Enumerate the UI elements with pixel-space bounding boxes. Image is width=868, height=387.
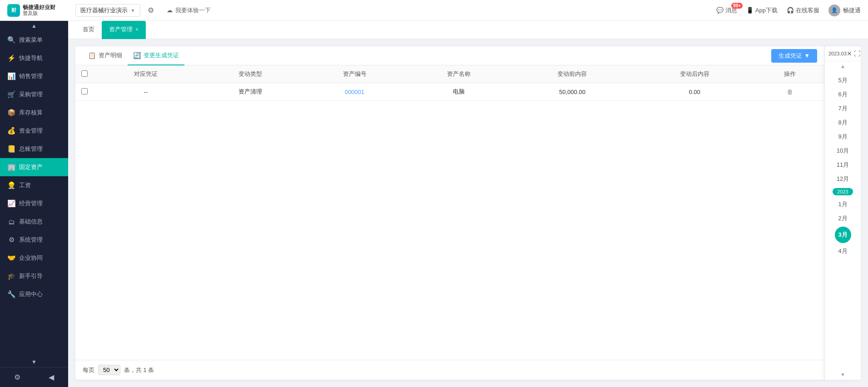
customer-service-label: 在线客服 <box>796 6 819 15</box>
date-month-3-current[interactable]: 3月 <box>835 227 851 243</box>
purchase-icon: 🛒 <box>7 90 15 99</box>
delete-button[interactable]: 🗑 <box>787 88 793 95</box>
sidebar-item-finance[interactable]: 💰 资金管理 <box>0 122 68 140</box>
fixed-assets-icon: 🏢 <box>7 163 15 171</box>
header-action: 操作 <box>756 65 824 83</box>
current-month-row: 3月 <box>825 226 861 244</box>
sidebar-item-label: 固定资产 <box>19 163 43 171</box>
main-layout: ▲ 🔍 搜索菜单 ⚡ 快捷导航 📊 销售管理 🛒 采购管理 📦 库存核算 <box>0 21 868 387</box>
user-profile-button[interactable]: 👤 畅捷通 <box>828 5 861 16</box>
sub-tab-asset-details[interactable]: 📋 资产明细 <box>83 46 128 65</box>
year-badge-row: 2023 <box>825 186 861 197</box>
sub-tab-change-voucher[interactable]: 🔄 变更生成凭证 <box>128 46 184 65</box>
tab-close-button[interactable]: × <box>135 26 139 33</box>
logo-area: 财 畅捷通好业财 普及版 <box>7 4 75 17</box>
date-panel-expand-button[interactable]: ⛶ <box>854 50 860 57</box>
change-voucher-icon: 🔄 <box>133 52 141 59</box>
cell-after-change: 0.00 <box>634 83 756 101</box>
sidebar-item-quicknav[interactable]: ⚡ 快捷导航 <box>0 49 68 67</box>
app-center-icon: 🔧 <box>7 290 15 298</box>
sidebar-item-system[interactable]: ⚙ 系统管理 <box>0 231 68 249</box>
date-list: 5月 6月 7月 8月 9月 10月 11月 12月 2023 1月 2月 <box>825 71 861 370</box>
date-month-2[interactable]: 2月 <box>828 212 858 225</box>
tab-active-label: 资产管理 <box>109 25 133 34</box>
sidebar-item-label: 系统管理 <box>19 236 43 244</box>
data-table: 对应凭证 变动类型 资产编号 资产名称 变动前内容 变动后内容 操作 <box>75 65 824 360</box>
settings-button[interactable]: ⚙ <box>144 4 158 17</box>
date-month-11[interactable]: 11月 <box>828 158 858 172</box>
sidebar-item-inventory[interactable]: 📦 库存核算 <box>0 104 68 122</box>
experience-button[interactable]: ☁ 我要体验一下 <box>161 5 216 16</box>
customer-service-button[interactable]: 🎧 在线客服 <box>787 6 819 15</box>
sidebar-item-label: 库存核算 <box>19 109 43 117</box>
date-scroll-up-button[interactable]: ▲ <box>825 61 861 71</box>
sidebar-item-app-center[interactable]: 🔧 应用中心 <box>0 285 68 303</box>
sales-icon: 📊 <box>7 72 15 80</box>
sidebar-item-label: 应用中心 <box>19 290 43 298</box>
company-name: 医疗器械行业演示 <box>80 6 128 15</box>
sidebar-item-purchase[interactable]: 🛒 采购管理 <box>0 85 68 104</box>
sidebar-item-enterprise[interactable]: 🤝 企业协同 <box>0 249 68 267</box>
basic-info-icon: 🗂 <box>7 218 15 226</box>
sidebar-item-ledger[interactable]: 📒 总账管理 <box>0 140 68 158</box>
sidebar-item-sales[interactable]: 📊 销售管理 <box>0 67 68 85</box>
asset-details-icon: 📋 <box>88 52 96 59</box>
date-month-1[interactable]: 1月 <box>828 198 858 211</box>
app-download-button[interactable]: 📱 App下载 <box>746 6 778 15</box>
logo-icon: 财 <box>7 4 20 17</box>
sidebar-item-label: 工资 <box>19 181 31 189</box>
sidebar-settings-button[interactable]: ⚙ <box>12 371 22 383</box>
date-month-4[interactable]: 4月 <box>828 244 858 258</box>
tab-asset-management[interactable]: 资产管理 × <box>102 21 146 39</box>
experience-label: 我要体验一下 <box>175 6 211 15</box>
operations-icon: 📈 <box>7 199 15 208</box>
sidebar-scroll-up[interactable]: ▲ <box>0 21 68 31</box>
sub-tabs: 📋 资产明细 🔄 变更生成凭证 生成凭证 ▼ <box>75 46 824 65</box>
sidebar-menu: 🔍 搜索菜单 ⚡ 快捷导航 📊 销售管理 🛒 采购管理 📦 库存核算 💰 <box>0 31 68 357</box>
finance-icon: 💰 <box>7 127 15 135</box>
date-month-7[interactable]: 7月 <box>828 102 858 115</box>
date-month-9[interactable]: 9月 <box>828 130 858 144</box>
date-panel-title: 2023.03 <box>828 51 847 56</box>
app-version: 普及版 <box>23 10 55 16</box>
date-month-12[interactable]: 12月 <box>828 172 858 186</box>
generate-voucher-button[interactable]: 生成凭证 ▼ <box>771 49 817 63</box>
per-page-label: 每页 <box>83 366 94 374</box>
header-asset-code: 资产编号 <box>303 65 407 83</box>
per-page-select[interactable]: 50 <box>98 365 120 375</box>
messages-button[interactable]: 💬 消息 99+ <box>716 6 737 15</box>
select-all-checkbox[interactable] <box>81 70 88 77</box>
sidebar-item-payroll[interactable]: 👷 工资 <box>0 176 68 194</box>
page-content: 📋 资产明细 🔄 变更生成凭证 生成凭证 ▼ <box>68 39 868 387</box>
date-panel-close-button[interactable]: ✕ <box>847 50 852 57</box>
company-selector[interactable]: 医疗器械行业演示 ▼ <box>75 4 140 17</box>
sidebar-item-label: 新手引导 <box>19 272 43 280</box>
enterprise-icon: 🤝 <box>7 254 15 262</box>
table-body: -- 资产清理 000001 电脑 50,000.00 0.00 🗑 <box>75 83 824 101</box>
sidebar-item-guide[interactable]: 🎓 新手引导 <box>0 267 68 285</box>
sidebar-item-label: 资金管理 <box>19 127 43 135</box>
sidebar-item-operations[interactable]: 📈 经营管理 <box>0 194 68 213</box>
sidebar-item-search[interactable]: 🔍 搜索菜单 <box>0 31 68 49</box>
date-scroll-down-button[interactable]: ▼ <box>825 370 861 380</box>
date-month-6[interactable]: 6月 <box>828 88 858 101</box>
date-month-8[interactable]: 8月 <box>828 116 858 129</box>
tab-home[interactable]: 首页 <box>75 21 102 39</box>
date-month-10[interactable]: 10月 <box>828 144 858 158</box>
year-badge-2023[interactable]: 2023 <box>833 188 853 195</box>
row-checkbox-cell <box>75 83 94 101</box>
sidebar-item-basic-info[interactable]: 🗂 基础信息 <box>0 213 68 231</box>
system-icon: ⚙ <box>7 236 15 244</box>
table-row: -- 资产清理 000001 电脑 50,000.00 0.00 🗑 <box>75 83 824 101</box>
cell-asset-name: 电脑 <box>407 83 511 101</box>
date-month-5[interactable]: 5月 <box>828 74 858 87</box>
company-dropdown-arrow: ▼ <box>130 8 135 13</box>
sidebar-scroll-down[interactable]: ▼ <box>0 357 68 367</box>
sidebar-collapse-button[interactable]: ◀ <box>47 371 56 383</box>
asset-code-link[interactable]: 000001 <box>345 89 364 95</box>
sidebar-item-label: 采购管理 <box>19 90 43 99</box>
cell-voucher: -- <box>94 83 198 101</box>
row-checkbox[interactable] <box>81 88 88 94</box>
table-panel: 📋 资产明细 🔄 变更生成凭证 生成凭证 ▼ <box>75 46 824 380</box>
sidebar-item-fixed-assets[interactable]: 🏢 固定资产 <box>0 158 68 176</box>
